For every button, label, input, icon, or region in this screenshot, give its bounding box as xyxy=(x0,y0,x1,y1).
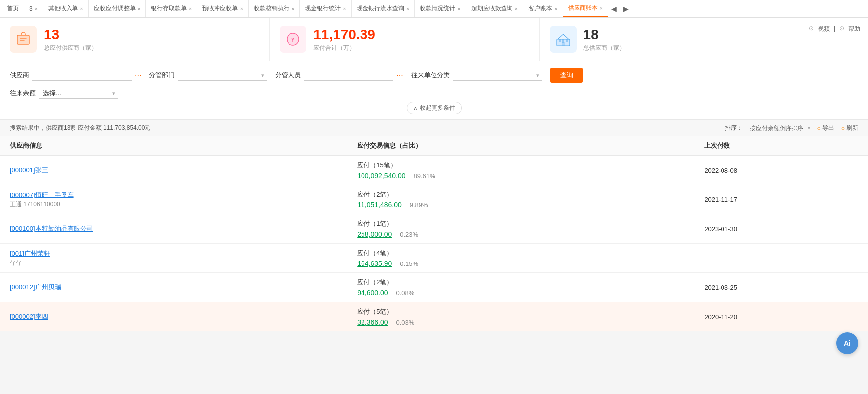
summary-card-1: 13 总应付供应商（家） xyxy=(0,18,270,61)
payable-amount[interactable]: 100,092,540.00 xyxy=(357,172,405,180)
circle-icon-video: ⊙ xyxy=(809,25,814,32)
col-header-payable: 应付交易信息（占比） xyxy=(347,136,694,156)
nav-tab-cash-flow[interactable]: 现金银行流水查询 × xyxy=(352,0,415,17)
last-pay-cell: 2021-03-25 xyxy=(694,273,868,302)
nav-tab-cash-bank-stat-close[interactable]: × xyxy=(343,6,346,12)
nav-tab-other-income-close[interactable]: × xyxy=(80,6,83,12)
svg-rect-0 xyxy=(17,35,29,44)
nav-tab-cash-flow-close[interactable]: × xyxy=(406,6,409,12)
balance-filter: 往来余额 选择... xyxy=(10,88,118,99)
table-row: [000012]广州贝瑞应付（2笔）94,600.000.08%2021-03-… xyxy=(0,273,868,302)
nav-tab-supplier-ledger[interactable]: 供应商账本 × xyxy=(563,0,608,17)
payable-info-cell: 应付（15笔）100,092,540.0089.61% xyxy=(347,156,694,185)
nav-tab-3-label: 3 xyxy=(29,5,33,12)
summary-card-2: ¥ 11,170.39 应付合计（万） xyxy=(270,18,539,61)
nav-tab-supplier-ledger-close[interactable]: × xyxy=(600,5,603,11)
nav-tab-customer-ledger-close[interactable]: × xyxy=(554,6,557,12)
person-more-icon[interactable]: ··· xyxy=(396,71,403,80)
nav-tab-3-close[interactable]: × xyxy=(35,6,38,12)
nav-tab-collection-close[interactable]: × xyxy=(291,6,294,12)
dept-select[interactable] xyxy=(178,70,267,81)
supplier-table: 供应商信息 应付交易信息（占比） 上次付数 [000001]张三应付（15笔）1… xyxy=(0,136,868,331)
data-table-container: 供应商信息 应付交易信息（占比） 上次付数 [000001]张三应付（15笔）1… xyxy=(0,136,868,331)
supplier-link[interactable]: [001]广州荣轩 xyxy=(10,249,337,258)
supplier-link[interactable]: [000001]张三 xyxy=(10,166,337,175)
nav-tab-cash-bank-stat[interactable]: 现金银行统计 × xyxy=(300,0,351,17)
payable-amount[interactable]: 164,635.90 xyxy=(357,260,392,267)
nav-tab-customer-ledger[interactable]: 客户账本 × xyxy=(523,0,563,17)
payable-amount[interactable]: 11,051,486.00 xyxy=(357,201,402,209)
supplier-link[interactable]: [000100]本特勤油品有限公司 xyxy=(10,224,337,233)
dept-filter: 分管部门 xyxy=(149,70,267,81)
payable-info-cell: 应付（2笔）94,600.000.08% xyxy=(347,273,694,302)
supplier-info-cell: [000100]本特勤油品有限公司 xyxy=(0,214,347,244)
export-button[interactable]: ○ 导出 xyxy=(817,124,834,132)
payable-amount[interactable]: 32,366.00 xyxy=(357,318,388,326)
supplier-link[interactable]: [000012]广州贝瑞 xyxy=(10,283,337,292)
collapse-button[interactable]: ∧ 收起更多条件 xyxy=(407,102,462,114)
nav-tab-overdue-close[interactable]: × xyxy=(515,6,518,12)
person-input[interactable] xyxy=(304,70,393,81)
summary-value-3: 18 xyxy=(583,26,625,43)
nav-next-arrow[interactable]: ▶ xyxy=(620,0,632,17)
video-link[interactable]: 视频 xyxy=(818,25,830,33)
top-navigation: 首页 3 × 其他收入单 × 应收应付调整单 × 银行存取款单 × 预收冲应收单… xyxy=(0,0,868,18)
nav-prev-arrow[interactable]: ◀ xyxy=(608,0,620,17)
supplier-input[interactable] xyxy=(32,70,132,81)
supplier-link[interactable]: [000002]李四 xyxy=(10,312,337,321)
supplier-filter: 供应商 ··· xyxy=(10,70,141,81)
nav-tab-ar-ap-adjust-close[interactable]: × xyxy=(138,6,141,12)
payable-percent: 0.15% xyxy=(400,260,418,267)
supplier-info-cell: [001]广州荣轩仔仔 xyxy=(0,244,347,273)
table-row: [000002]李四应付（5笔）32,366.000.03%2020-11-20 xyxy=(0,302,868,331)
payable-amount[interactable]: 258,000.00 xyxy=(357,230,392,238)
nav-tab-cash-bank-stat-label: 现金银行统计 xyxy=(305,4,341,13)
circle-icon-help: ⊙ xyxy=(839,25,844,32)
export-icon: ○ xyxy=(817,125,821,131)
nav-tab-overdue[interactable]: 超期应收款查询 × xyxy=(466,0,523,17)
nav-tab-ar-ap-adjust[interactable]: 应收应付调整单 × xyxy=(89,0,146,17)
summary-info-1: 13 总应付供应商（家） xyxy=(44,26,97,53)
payable-percent: 0.08% xyxy=(396,289,414,297)
nav-tab-ar-ap-adjust-label: 应收应付调整单 xyxy=(94,4,136,13)
nav-tab-bank-deposit[interactable]: 银行存取款单 × xyxy=(146,0,197,17)
query-button[interactable]: 查询 xyxy=(550,68,583,83)
sort-select[interactable]: 按应付余额倒序排序按应付余额正序排序按名称排序 xyxy=(750,125,810,131)
summary-label-1: 总应付供应商（家） xyxy=(44,44,97,52)
table-header-row: 供应商信息 应付交易信息（占比） 上次付数 xyxy=(0,136,868,156)
nav-tab-customer-ledger-label: 客户账本 xyxy=(528,4,552,13)
nav-tab-prepay-close[interactable]: × xyxy=(240,6,243,12)
payable-count: 应付（5笔） xyxy=(357,307,684,316)
supplier-contact: 王通 17106110000 xyxy=(10,200,337,209)
payable-percent: 0.03% xyxy=(396,319,414,326)
nav-tab-bank-deposit-close[interactable]: × xyxy=(189,6,192,12)
collapse-icon: ∧ xyxy=(413,105,418,112)
summary-label-3: 总供应商（家） xyxy=(583,44,625,52)
payable-count: 应付（4笔） xyxy=(357,249,684,258)
nav-tab-collection[interactable]: 收款核销执行 × xyxy=(249,0,300,17)
result-bar: 搜索结果中，供应商13家 应付金额 111,703,854.00元 排序： 按应… xyxy=(0,120,868,136)
nav-tab-prepay[interactable]: 预收冲应收单 × xyxy=(197,0,248,17)
nav-tab-other-income[interactable]: 其他收入单 × xyxy=(43,0,88,17)
supplier-more-icon[interactable]: ··· xyxy=(135,71,141,80)
nav-tab-3[interactable]: 3 × xyxy=(24,0,43,17)
refresh-button[interactable]: ○ 刷新 xyxy=(841,124,858,132)
payable-amount[interactable]: 94,600.00 xyxy=(357,289,388,297)
category-filter-label: 往来单位分类 xyxy=(411,71,450,80)
help-link[interactable]: 帮助 xyxy=(848,25,860,33)
nav-tab-home[interactable]: 首页 xyxy=(2,0,24,17)
payable-count: 应付（2笔） xyxy=(357,190,684,199)
nav-tab-collection-stat-close[interactable]: × xyxy=(457,6,460,12)
category-select[interactable] xyxy=(453,70,542,81)
payable-info-cell: 应付（2笔）11,051,486.009.89% xyxy=(347,185,694,214)
nav-tab-collection-stat[interactable]: 收款情况统计 × xyxy=(415,0,466,17)
person-filter-label: 分管人员 xyxy=(275,71,301,80)
balance-select[interactable]: 选择... xyxy=(39,88,118,99)
result-actions: 排序： 按应付余额倒序排序按应付余额正序排序按名称排序 ○ 导出 ○ 刷新 xyxy=(725,124,859,132)
svg-rect-7 xyxy=(559,39,561,42)
payable-count: 应付（1笔） xyxy=(357,219,684,228)
supplier-link[interactable]: [000007]恒旺二手叉车 xyxy=(10,191,337,199)
payable-info-cell: 应付（4笔）164,635.900.15% xyxy=(347,244,694,273)
table-row: [000001]张三应付（15笔）100,092,540.0089.61%202… xyxy=(0,156,868,185)
table-row: [001]广州荣轩仔仔应付（4笔）164,635.900.15% xyxy=(0,244,868,273)
